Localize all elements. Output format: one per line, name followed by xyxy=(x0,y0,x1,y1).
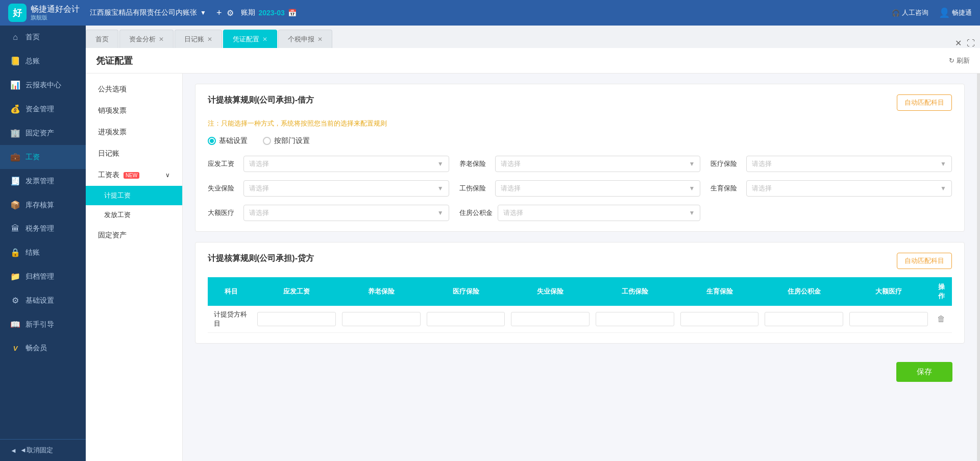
cell-pension[interactable] xyxy=(339,306,424,333)
main-layout: ⌂ 首页 📒 总账 📊 云报表中心 💰 资金管理 🏢 固定资产 💼 工资 🧾 发… xyxy=(0,26,980,461)
tab-voucher-label: 凭证配置 xyxy=(233,35,259,44)
refresh-button[interactable]: ↻ 刷新 xyxy=(949,56,970,65)
sidebar-item-ledger[interactable]: 📒 总账 xyxy=(0,49,86,73)
cell-big-medical[interactable] xyxy=(846,306,931,333)
left-menu-salary-table[interactable]: 工资表 NEW ∨ xyxy=(86,164,182,186)
sidebar-item-archive[interactable]: 📁 归档管理 xyxy=(0,264,86,288)
settings-icon[interactable]: ⚙ xyxy=(227,8,234,18)
input-pension[interactable] xyxy=(342,312,421,326)
cell-unemployment[interactable] xyxy=(508,306,593,333)
left-menu-sales[interactable]: 销项发票 xyxy=(86,100,182,122)
left-menu-journal[interactable]: 日记账 xyxy=(86,143,182,164)
tab-journal[interactable]: 日记账 ✕ xyxy=(175,30,222,48)
table-row: 计提贷方科目 🗑 xyxy=(208,306,952,333)
select-unemployment[interactable]: 请选择 ▼ xyxy=(243,180,449,197)
sidebar-item-fund[interactable]: 💰 资金管理 xyxy=(0,97,86,121)
left-menu-fixed-assets-sub[interactable]: 固定资产 xyxy=(86,225,182,246)
input-housing[interactable] xyxy=(765,312,843,326)
cell-housing[interactable] xyxy=(762,306,846,333)
input-maternity[interactable] xyxy=(680,312,759,326)
cell-maternity[interactable] xyxy=(677,306,762,333)
add-icon[interactable]: + xyxy=(216,8,222,18)
tab-tax-close[interactable]: ✕ xyxy=(317,36,323,43)
select-salary-arrow: ▼ xyxy=(437,160,444,167)
sidebar-item-salary[interactable]: 💼 工资 xyxy=(0,145,86,169)
chevron-down-icon: ∨ xyxy=(165,172,170,179)
user-profile[interactable]: 👤 畅捷通 xyxy=(939,7,972,18)
archive-icon: 📁 xyxy=(10,272,20,281)
tab-voucher[interactable]: 凭证配置 ✕ xyxy=(223,30,277,48)
sidebar-item-invoice[interactable]: 🧾 发票管理 xyxy=(0,169,86,193)
company-dropdown-icon[interactable]: ▼ xyxy=(200,9,206,16)
tab-voucher-close[interactable]: ✕ xyxy=(262,36,267,43)
cell-salary[interactable] xyxy=(254,306,339,333)
table-header-row: 科目 应发工资 养老保险 医疗保险 失业保险 工伤保险 生育保险 住房公积金 大… xyxy=(208,277,952,306)
save-button[interactable]: 保存 xyxy=(896,362,952,382)
input-big-medical[interactable] xyxy=(849,312,928,326)
select-pension[interactable]: 请选择 ▼ xyxy=(495,156,701,172)
select-housing[interactable]: 请选择 ▼ xyxy=(498,205,701,221)
tab-fund-close[interactable]: ✕ xyxy=(159,36,164,43)
cell-injury[interactable] xyxy=(593,306,677,333)
cell-medical[interactable] xyxy=(424,306,508,333)
tab-expand-icon[interactable]: ⛶ xyxy=(967,39,975,48)
logo-text-block: 畅捷通好会计 旗舰版 xyxy=(31,4,80,21)
label-salary: 应发工资 xyxy=(208,159,238,168)
close-period-icon: 🔒 xyxy=(10,248,20,257)
sidebar-item-report[interactable]: 📊 云报表中心 xyxy=(0,73,86,97)
cancel-pin-button[interactable]: ◄ ◄取消固定 xyxy=(0,439,86,461)
calendar-icon[interactable]: 📅 xyxy=(288,9,297,17)
logo-icon: 好 xyxy=(8,4,27,22)
select-medical[interactable]: 请选择 ▼ xyxy=(746,156,952,172)
sidebar-item-fixed-assets[interactable]: 🏢 固定资产 xyxy=(0,121,86,145)
tab-journal-close[interactable]: ✕ xyxy=(207,36,212,43)
left-menu-calc-salary[interactable]: 计提工资 xyxy=(86,186,182,205)
col-pension: 养老保险 xyxy=(339,277,424,306)
field-maternity: 生育保险 请选择 ▼ xyxy=(710,180,952,197)
company-selector[interactable]: 江西服宝精品有限责任公司内账张 ▼ xyxy=(90,8,206,17)
tab-home[interactable]: 首页 xyxy=(86,30,118,48)
tab-close-all-icon[interactable]: ✕ xyxy=(955,38,962,48)
sidebar-item-label: 固定资产 xyxy=(26,129,54,138)
sidebar-item-member[interactable]: V 畅会员 xyxy=(0,336,86,360)
field-pension: 养老保险 请选择 ▼ xyxy=(459,156,701,172)
sidebar-item-label: 发票管理 xyxy=(26,177,54,186)
col-unemployment: 失业保险 xyxy=(508,277,593,306)
sidebar-item-stock[interactable]: 📦 库存核算 xyxy=(0,193,86,217)
field-big-medical: 大额医疗 请选择 ▼ xyxy=(208,205,449,221)
select-maternity[interactable]: 请选择 ▼ xyxy=(746,180,952,197)
field-unemployment: 失业保险 请选择 ▼ xyxy=(208,180,449,197)
select-salary[interactable]: 请选择 ▼ xyxy=(243,156,449,172)
tab-tax[interactable]: 个税申报 ✕ xyxy=(278,30,332,48)
sidebar: ⌂ 首页 📒 总账 📊 云报表中心 💰 资金管理 🏢 固定资产 💼 工资 🧾 发… xyxy=(0,26,86,461)
select-big-medical[interactable]: 请选择 ▼ xyxy=(243,205,449,221)
debit-auto-match-button[interactable]: 自动匹配科目 xyxy=(897,94,952,111)
radio-dept[interactable]: 按部门设置 xyxy=(263,136,310,145)
left-menu-pay-salary[interactable]: 发放工资 xyxy=(86,205,182,225)
credit-auto-match-button[interactable]: 自动匹配科目 xyxy=(897,253,952,269)
account-period-label: 账期 xyxy=(241,8,255,17)
tab-actions: ✕ ⛶ xyxy=(955,38,980,48)
tab-fund[interactable]: 资金分析 ✕ xyxy=(119,30,174,48)
input-injury[interactable] xyxy=(596,312,674,326)
sidebar-item-home[interactable]: ⌂ 首页 xyxy=(0,26,86,49)
right-content: 计提核算规则(公司承担)-借方 自动匹配科目 注：只能选择一种方式，系统将按照您… xyxy=(183,74,977,461)
select-housing-placeholder: 请选择 xyxy=(503,208,523,217)
left-menu-purchase[interactable]: 进项发票 xyxy=(86,122,182,143)
input-unemployment[interactable] xyxy=(511,312,590,326)
new-badge: NEW xyxy=(124,172,139,179)
fixed-assets-icon: 🏢 xyxy=(10,128,20,138)
cell-operation[interactable]: 🗑 xyxy=(931,306,952,333)
input-salary[interactable] xyxy=(257,312,336,326)
sidebar-item-settings[interactable]: ⚙ 基础设置 xyxy=(0,288,86,312)
input-medical[interactable] xyxy=(427,312,505,326)
select-injury[interactable]: 请选择 ▼ xyxy=(495,180,701,197)
radio-basic[interactable]: 基础设置 xyxy=(208,136,248,145)
sidebar-item-guide[interactable]: 📖 新手引导 xyxy=(0,312,86,336)
left-menu-public[interactable]: 公共选项 xyxy=(86,79,182,100)
sidebar-item-tax[interactable]: 🏛 税务管理 xyxy=(0,217,86,240)
sidebar-item-close[interactable]: 🔒 结账 xyxy=(0,240,86,264)
radio-dept-label: 按部门设置 xyxy=(274,136,310,145)
support-button[interactable]: 🎧 人工咨询 xyxy=(892,8,928,17)
scroll-indicator[interactable] xyxy=(977,74,980,461)
